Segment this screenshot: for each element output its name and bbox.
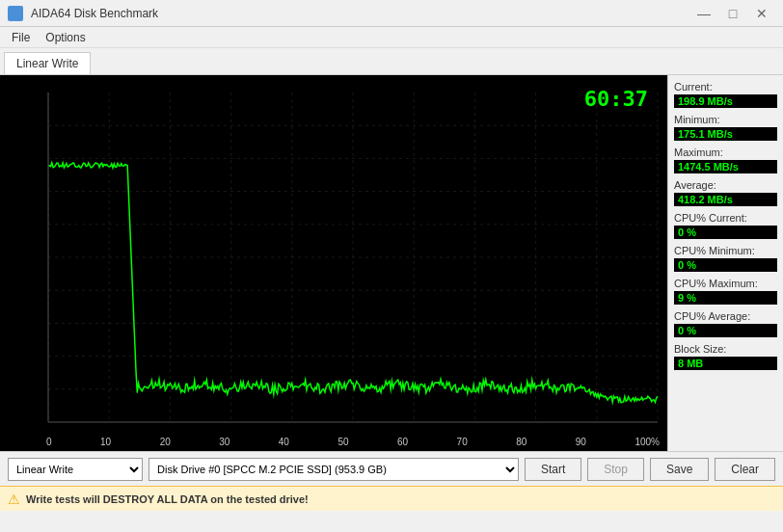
cpu-current-stat: CPU% Current: 0 % <box>674 212 777 239</box>
minimum-stat: Minimum: 175.1 MB/s <box>674 114 777 141</box>
cpu-current-value: 0 % <box>674 226 777 239</box>
close-button[interactable]: ✕ <box>748 4 775 23</box>
x-label-0: 0 <box>46 437 52 447</box>
status-bar: ⚠ Write tests will DESTROY ALL DATA on t… <box>0 486 783 511</box>
benchmark-chart <box>0 75 667 451</box>
cpu-maximum-stat: CPU% Maximum: 9 % <box>674 278 777 305</box>
current-label: Current: <box>674 81 777 93</box>
warning-icon: ⚠ <box>8 492 20 507</box>
x-label-40: 40 <box>279 437 289 447</box>
x-label-30: 30 <box>219 437 230 447</box>
maximum-label: Maximum: <box>674 146 777 158</box>
cpu-average-stat: CPU% Average: 0 % <box>674 310 777 337</box>
drive-select[interactable]: Disk Drive #0 [SPCC M.2 PCIE SSD] (953.9… <box>148 458 519 481</box>
x-label-100: 100% <box>634 437 660 447</box>
test-select[interactable]: Linear Write Linear Read Random Read Ran… <box>8 458 143 481</box>
start-button[interactable]: Start <box>525 458 581 481</box>
x-label-80: 80 <box>516 437 526 447</box>
bottom-controls: Linear Write Linear Read Random Read Ran… <box>0 451 783 486</box>
x-label-70: 70 <box>457 437 468 447</box>
average-label: Average: <box>674 179 777 191</box>
tab-linear-write[interactable]: Linear Write <box>4 52 91 74</box>
cpu-average-value: 0 % <box>674 324 777 337</box>
clear-button[interactable]: Clear <box>715 458 775 481</box>
save-button[interactable]: Save <box>650 458 709 481</box>
block-size-stat: Block Size: 8 MB <box>674 343 777 370</box>
cpu-minimum-value: 0 % <box>674 258 777 272</box>
stop-button[interactable]: Stop <box>587 458 644 481</box>
app-icon <box>8 6 23 21</box>
cpu-current-label: CPU% Current: <box>674 212 777 224</box>
cpu-maximum-value: 9 % <box>674 291 777 305</box>
cpu-maximum-label: CPU% Maximum: <box>674 278 777 289</box>
average-stat: Average: 418.2 MB/s <box>674 179 777 206</box>
main-content: MB/s 1710 1520 1330 1140 950 760 570 380… <box>0 75 783 451</box>
x-label-90: 90 <box>576 437 586 447</box>
x-label-20: 20 <box>160 437 171 447</box>
maximum-stat: Maximum: 1474.5 MB/s <box>674 146 777 173</box>
title-bar-left: AIDA64 Disk Benchmark <box>8 6 158 21</box>
minimize-button[interactable]: — <box>690 4 717 23</box>
menu-options[interactable]: Options <box>38 29 93 46</box>
x-label-10: 10 <box>100 437 111 447</box>
block-size-label: Block Size: <box>674 343 777 355</box>
window-title: AIDA64 Disk Benchmark <box>31 7 158 20</box>
average-value: 418.2 MB/s <box>674 193 777 206</box>
current-stat: Current: 198.9 MB/s <box>674 81 777 108</box>
x-label-50: 50 <box>338 437 348 447</box>
chart-area: MB/s 1710 1520 1330 1140 950 760 570 380… <box>0 75 667 451</box>
cpu-minimum-label: CPU% Minimum: <box>674 245 777 256</box>
x-axis: 0 10 20 30 40 50 60 70 80 90 100% <box>46 437 660 447</box>
title-bar: AIDA64 Disk Benchmark — □ ✕ <box>0 0 783 27</box>
maximize-button[interactable]: □ <box>719 4 746 23</box>
minimum-label: Minimum: <box>674 114 777 125</box>
current-value: 198.9 MB/s <box>674 94 777 108</box>
minimum-value: 175.1 MB/s <box>674 127 777 141</box>
cpu-average-label: CPU% Average: <box>674 310 777 322</box>
tab-bar: Linear Write <box>0 48 783 75</box>
menu-bar: File Options <box>0 27 783 48</box>
title-bar-controls: — □ ✕ <box>690 4 775 23</box>
maximum-value: 1474.5 MB/s <box>674 160 777 173</box>
x-label-60: 60 <box>397 437 408 447</box>
block-size-value: 8 MB <box>674 357 777 370</box>
menu-file[interactable]: File <box>4 29 38 46</box>
stats-panel: Current: 198.9 MB/s Minimum: 175.1 MB/s … <box>667 75 783 451</box>
warning-text: Write tests will DESTROY ALL DATA on the… <box>26 493 309 505</box>
timer-display: 60:37 <box>584 87 648 111</box>
cpu-minimum-stat: CPU% Minimum: 0 % <box>674 245 777 272</box>
